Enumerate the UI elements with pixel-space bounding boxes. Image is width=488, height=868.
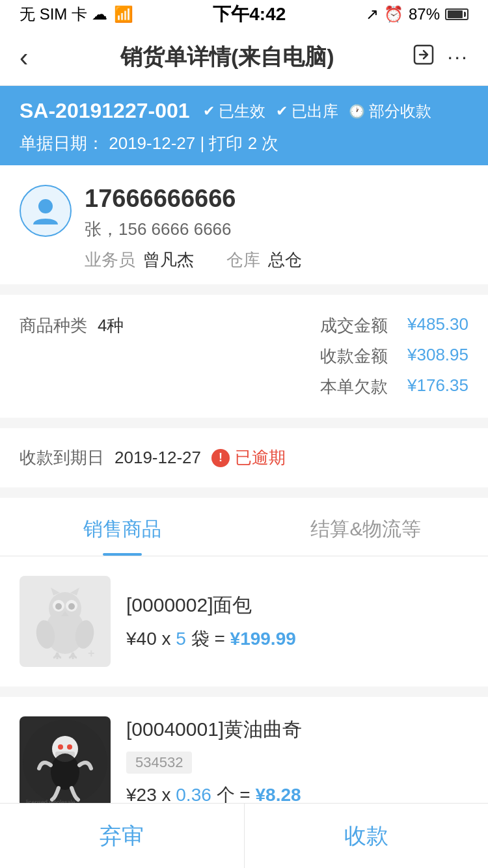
order-date: 2019-12-27 (109, 133, 195, 153)
sales-value: 曾凡杰 (143, 249, 194, 271)
nav-actions: ··· (413, 44, 468, 70)
order-header-banner: SA-20191227-001 ✔ 已生效 ✔ 已出库 🕐 部分收款 单据日期：… (0, 86, 488, 165)
product-price-row-1: ¥40 x 5 袋 = ¥199.99 (126, 627, 468, 651)
svg-point-6 (55, 603, 62, 610)
wifi-icon: 📶 (114, 5, 133, 23)
total-1: ¥199.99 (230, 629, 296, 649)
badge-shipped: ✔ 已出库 (276, 101, 338, 122)
customer-info: 17666666666 张，156 6666 6666 业务员 曾凡杰 仓库 总… (85, 185, 468, 271)
outstanding-label: 本单欠款 (320, 375, 388, 398)
sim-status: 无 SIM 卡 ☁ (20, 4, 107, 25)
page-title: 销货单详情(来自电脑) (41, 42, 413, 72)
order-id: SA-20191227-001 (20, 99, 190, 123)
list-item: + [0000002]面包 ¥40 x 5 袋 = ¥199.99 (0, 556, 488, 686)
check-icon-2: ✔ (276, 103, 288, 120)
bottom-bar: 弃审 收款 (0, 803, 488, 868)
equals-sign-1: = (214, 629, 230, 649)
customer-id: 17666666666 (85, 185, 468, 213)
svg-text:+: + (88, 647, 95, 660)
multiply-sign-2: x (162, 785, 176, 805)
sales-label: 业务员 (85, 249, 135, 271)
product-name-2: [00040001]黄油曲奇 (126, 716, 468, 743)
received-label: 收款金额 (320, 345, 388, 368)
kinds-value: 4种 (98, 314, 124, 337)
due-date-section: 收款到期日 2019-12-27 ! 已逾期 (0, 428, 488, 487)
tabs-section: 销售商品 结算&物流等 (0, 498, 488, 556)
qty-1: 5 (176, 629, 186, 649)
product-info-1: [0000002]面包 ¥40 x 5 袋 = ¥199.99 (126, 592, 468, 651)
location-icon: ↗ (366, 5, 379, 23)
equals-sign-2: = (239, 785, 255, 805)
products-list: + [0000002]面包 ¥40 x 5 袋 = ¥199.99 (0, 556, 488, 827)
order-badges: ✔ 已生效 ✔ 已出库 🕐 部分收款 (203, 101, 431, 122)
customer-avatar (20, 185, 72, 237)
order-date-row: 单据日期： 2019-12-27 | 打印 2 次 (20, 132, 468, 155)
date-label: 单据日期： (20, 133, 104, 153)
multiply-sign-1: x (162, 629, 176, 649)
abandon-review-button[interactable]: 弃审 (0, 804, 245, 868)
product-sku-2: 534532 (126, 752, 192, 774)
overdue-warning-icon: ! (211, 449, 230, 467)
status-time: 下午4:42 (213, 2, 286, 27)
check-icon: ✔ (203, 103, 215, 120)
back-button[interactable]: ‹ (20, 44, 41, 70)
status-bar: 无 SIM 卡 ☁ 📶 下午4:42 ↗ ⏰ 87% (0, 0, 488, 29)
qty-2: 0.36 (176, 785, 211, 805)
warehouse-value: 总仓 (268, 249, 302, 271)
price-unit-1: ¥40 (126, 629, 157, 649)
received-amount-row: 收款金额 ¥308.95 (320, 345, 468, 368)
product-name-1: [0000002]面包 (126, 592, 468, 619)
product-thumbnail-1: + (20, 576, 111, 667)
sales-person: 业务员 曾凡杰 (85, 249, 194, 271)
battery-icon (445, 8, 468, 20)
warehouse-label: 仓库 (226, 249, 260, 271)
print-info: | 打印 2 次 (200, 133, 278, 153)
kinds-label: 商品种类 (20, 314, 87, 337)
customer-meta: 业务员 曾凡杰 仓库 总仓 (85, 249, 468, 271)
transaction-label: 成交金额 (320, 314, 388, 337)
total-2: ¥8.28 (255, 785, 301, 805)
due-label: 收款到期日 (20, 446, 104, 469)
more-button[interactable]: ··· (447, 45, 468, 69)
svg-point-17 (67, 744, 72, 750)
share-button[interactable] (413, 44, 434, 70)
svg-point-16 (58, 744, 63, 750)
overdue-text: 已逾期 (235, 446, 286, 469)
outstanding-amount-row: 本单欠款 ¥176.35 (320, 375, 468, 398)
amounts-summary: 成交金额 ¥485.30 收款金额 ¥308.95 本单欠款 ¥176.35 (320, 314, 468, 398)
outstanding-value: ¥176.35 (407, 375, 468, 398)
tab-settlement-logistics[interactable]: 结算&物流等 (244, 498, 488, 556)
svg-point-7 (68, 603, 75, 610)
status-right: ↗ ⏰ 87% (366, 5, 468, 23)
collect-payment-button[interactable]: 收款 (245, 804, 489, 868)
customer-name-phone: 张，156 6666 6666 (85, 218, 468, 241)
svg-point-19 (51, 753, 79, 790)
price-unit-2: ¥23 (126, 785, 157, 805)
customer-section: 17666666666 张，156 6666 6666 业务员 曾凡杰 仓库 总… (0, 165, 488, 284)
due-date-value: 2019-12-27 (115, 448, 201, 468)
received-value: ¥308.95 (407, 345, 468, 368)
transaction-amount-row: 成交金额 ¥485.30 (320, 314, 468, 337)
nav-bar: ‹ 销货单详情(来自电脑) ··· (0, 29, 488, 86)
product-thumbnail-2: licensed wholesale (20, 716, 111, 807)
status-left: 无 SIM 卡 ☁ 📶 (20, 4, 133, 25)
qty-unit-2: 个 (217, 785, 235, 805)
product-info-2: [00040001]黄油曲奇 534532 ¥23 x 0.36 个 = ¥8.… (126, 716, 468, 807)
qty-unit-1: 袋 (191, 629, 210, 649)
tab-sales-products[interactable]: 销售商品 (0, 498, 244, 556)
product-kinds: 商品种类 4种 (20, 314, 320, 337)
overdue-badge: ! 已逾期 (211, 446, 286, 469)
clock-icon: 🕐 (349, 103, 365, 119)
battery-percent: 87% (409, 5, 440, 23)
svg-point-1 (38, 199, 53, 213)
badge-effective: ✔ 已生效 (203, 101, 265, 122)
transaction-value: ¥485.30 (407, 314, 468, 337)
badge-partial-payment: 🕐 部分收款 (349, 101, 431, 122)
warehouse: 仓库 总仓 (226, 249, 302, 271)
summary-section: 商品种类 4种 成交金额 ¥485.30 收款金额 ¥308.95 本单欠款 ¥… (0, 295, 488, 418)
alarm-icon: ⏰ (384, 5, 403, 23)
